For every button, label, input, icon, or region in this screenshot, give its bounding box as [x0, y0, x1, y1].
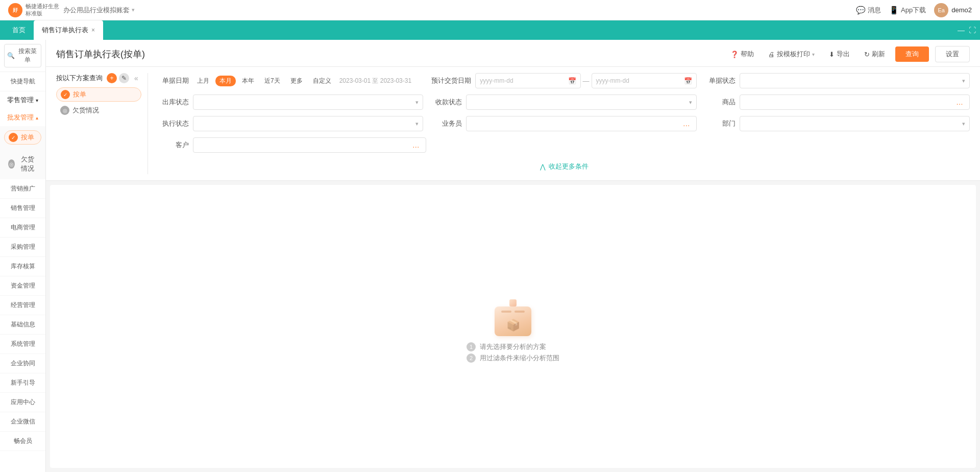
sidebar-item-purchase[interactable]: 采购管理: [0, 238, 45, 257]
sidebar-item-sales[interactable]: 销售管理: [0, 199, 45, 218]
collapse-button[interactable]: ⋀ 收起更多条件: [158, 159, 970, 174]
filter-row-2: 出库状态 ▾ 收款状态 ▾: [158, 95, 970, 110]
app-download-button[interactable]: 📱 App下载: [889, 6, 926, 15]
backorder-icon: ◎: [8, 159, 15, 169]
tab-sales-order[interactable]: 销售订单执行表 ×: [34, 20, 103, 40]
out-status-select[interactable]: ▾: [193, 95, 423, 110]
empty-state: 📦 1 请先选择要分析的方案 2 用过滤条件来缩小分析范围: [467, 290, 559, 363]
print-arrow-icon: ▾: [812, 52, 815, 57]
date-tag-last-month[interactable]: 上月: [193, 76, 213, 86]
top-bar-right: 💬 消息 📱 App下载 Ea demo2: [856, 3, 972, 17]
date-tag-this-year[interactable]: 本年: [238, 76, 258, 86]
sidebar-item-quick-nav[interactable]: 快捷导航: [0, 72, 45, 91]
sidebar-item-wechat[interactable]: 企业微信: [0, 412, 45, 432]
date-tag-more[interactable]: 更多: [286, 76, 307, 86]
date-tag-this-month[interactable]: 本月: [215, 76, 236, 86]
main-layout: 🔍 搜索菜单 快捷导航 零售管理 ▾ 批发管理 ▴ ✓ 按单 ◎ 欠货情况: [0, 40, 980, 472]
customer-select[interactable]: …: [193, 137, 426, 153]
date-tag-group: 上月 本月 本年 近7天 更多 自定义 2023-03-01 至 2023-03…: [193, 76, 423, 86]
refresh-button[interactable]: ↻ 刷新: [860, 48, 889, 61]
help-icon: ❓: [730, 51, 739, 58]
collection-status-select[interactable]: ▾: [466, 95, 696, 110]
minimize-button[interactable]: —: [958, 26, 965, 34]
app-download-icon: 📱: [889, 6, 899, 15]
top-bar-left: 好 畅捷通好生意 标准版 办公用品行业模拟账套 ▾: [8, 3, 135, 17]
maximize-button[interactable]: ⛶: [969, 26, 976, 34]
sidebar-item-retail[interactable]: 零售管理 ▾: [0, 91, 45, 109]
export-button[interactable]: ⬇ 导出: [825, 48, 854, 61]
calendar-start-icon: 📅: [568, 77, 576, 85]
empty-line-2: 2 用过滤条件来缩小分析范围: [467, 353, 559, 363]
sidebar-item-basic-info[interactable]: 基础信息: [0, 315, 45, 335]
filter-fields: 单据日期 上月 本月 本年 近7天 更多 自定义 2023-03-01 至 20…: [148, 73, 970, 174]
collapse-solution-icon[interactable]: «: [131, 73, 141, 83]
date-label: 单据日期: [158, 76, 189, 85]
goods-select[interactable]: …: [740, 95, 970, 110]
settings-button[interactable]: 设置: [935, 46, 970, 62]
solution-icons: + ✎ «: [107, 73, 141, 83]
solution-item-backorder[interactable]: ◎ 欠货情况: [56, 104, 141, 117]
goods-field: 商品 …: [705, 95, 970, 110]
sidebar-item-newbie[interactable]: 新手引导: [0, 373, 45, 393]
date-field: 单据日期 上月 本月 本年 近7天 更多 自定义 2023-03-01 至 20…: [158, 76, 423, 86]
goods-ellipsis-icon: …: [954, 98, 965, 106]
print-button[interactable]: 🖨 按模板打印 ▾: [764, 48, 819, 61]
query-button[interactable]: 查询: [895, 46, 929, 62]
sidebar-item-finance[interactable]: 资金管理: [0, 276, 45, 296]
calendar-end-icon: 📅: [684, 77, 692, 85]
dept-select[interactable]: ▾: [740, 116, 970, 131]
sidebar-item-enterprise[interactable]: 企业协同: [0, 354, 45, 373]
sidebar-item-inventory[interactable]: 库存核算: [0, 257, 45, 276]
sidebar-item-marketing[interactable]: 营销推广: [0, 179, 45, 199]
sidebar-subitem-by-order[interactable]: ✓ 按单: [0, 126, 45, 149]
salesperson-select[interactable]: …: [466, 116, 696, 131]
sidebar-item-system[interactable]: 系统管理: [0, 335, 45, 354]
add-solution-icon[interactable]: +: [107, 73, 117, 83]
customer-ellipsis-icon: …: [410, 141, 422, 149]
data-area: 📦 1 请先选择要分析的方案 2 用过滤条件来缩小分析范围: [50, 185, 976, 468]
filter-layout: 按以下方案查询 + ✎ « ✓ 按单 ◎ 欠货情况: [56, 73, 970, 174]
date-tag-custom[interactable]: 自定义: [309, 76, 335, 86]
salesperson-ellipsis-icon: …: [681, 120, 692, 128]
message-button[interactable]: 💬 消息: [856, 6, 881, 15]
user-area[interactable]: Ea demo2: [934, 3, 972, 17]
solution-item-byorder[interactable]: ✓ 按单: [56, 87, 141, 102]
exec-status-label: 执行状态: [158, 119, 189, 128]
out-status-label: 出库状态: [158, 98, 189, 107]
sidebar-item-operations[interactable]: 经营管理: [0, 296, 45, 315]
sidebar-subitem-backorder[interactable]: ◎ 欠货情况: [0, 149, 45, 179]
solution-title: 按以下方案查询 + ✎ «: [56, 73, 141, 83]
sidebar-item-wholesale[interactable]: 批发管理 ▴: [0, 109, 45, 126]
filter-row-1: 单据日期 上月 本月 本年 近7天 更多 自定义 2023-03-01 至 20…: [158, 73, 970, 88]
search-icon: 🔍: [7, 52, 15, 59]
doc-status-select[interactable]: ▾: [740, 73, 970, 88]
empty-illustration: 📦: [485, 290, 541, 336]
exec-status-select[interactable]: ▾: [193, 116, 423, 131]
date-tag-7days[interactable]: 近7天: [260, 76, 284, 86]
sidebar-item-app-center[interactable]: 应用中心: [0, 393, 45, 412]
content-area: 销售订单执行表(按单) ❓ 帮助 🖨 按模板打印 ▾ ⬇ 导出 ↻ 刷新: [46, 40, 980, 472]
sidebar-item-member[interactable]: 畅会员: [0, 432, 45, 451]
edit-solution-icon[interactable]: ✎: [119, 73, 129, 83]
collection-status-label: 收款状态: [431, 98, 462, 107]
breadcrumb[interactable]: 办公用品行业模拟账套 ▾: [63, 6, 135, 15]
expected-date-end[interactable]: yyyy-mm-dd 📅: [592, 73, 697, 88]
exec-status-arrow-icon: ▾: [415, 121, 419, 127]
help-button[interactable]: ❓ 帮助: [726, 48, 758, 61]
tab-close-icon[interactable]: ×: [91, 27, 95, 34]
print-icon: 🖨: [768, 51, 775, 58]
avatar: Ea: [934, 3, 948, 17]
date-range-display: 2023-03-01 至 2023-03-31: [339, 77, 411, 85]
chevron-up-icon: ▴: [36, 115, 38, 121]
page-title: 销售订单执行表(按单): [56, 48, 145, 60]
expected-date-start[interactable]: yyyy-mm-dd 📅: [475, 73, 580, 88]
empty-lines: 1 请先选择要分析的方案 2 用过滤条件来缩小分析范围: [467, 342, 559, 363]
search-menu-button[interactable]: 🔍 搜索菜单: [4, 44, 41, 67]
active-solution-icon: ✓: [9, 133, 18, 142]
tab-home[interactable]: 首页: [4, 20, 34, 40]
collapse-icon: ⋀: [540, 163, 546, 171]
sidebar-item-ecommerce[interactable]: 电商管理: [0, 218, 45, 238]
customer-label: 客户: [158, 140, 189, 150]
salesperson-label: 业务员: [431, 119, 462, 128]
user-name: demo2: [951, 6, 972, 14]
